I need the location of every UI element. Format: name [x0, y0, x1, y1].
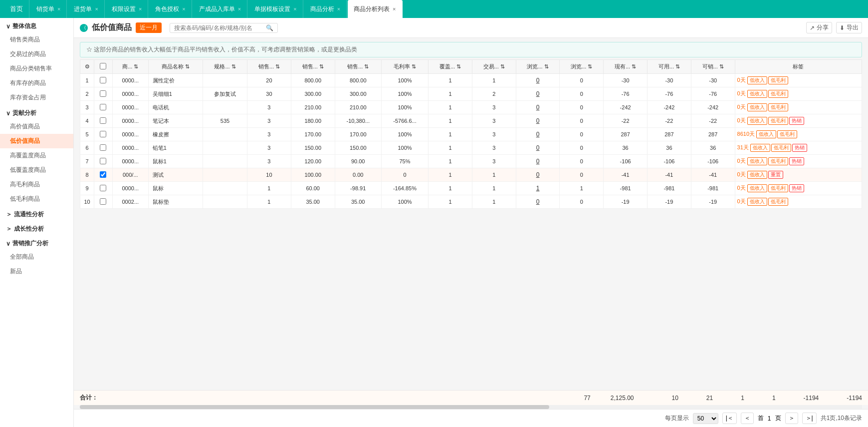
sidebar-item-inventory-capital[interactable]: 库存资金占用	[0, 90, 73, 105]
row-checkbox-cell[interactable]	[94, 182, 113, 195]
col-coverage[interactable]: 覆盖... ⇅	[429, 60, 472, 74]
nav-tab-permissions[interactable]: 权限设置 ×	[106, 0, 148, 18]
row-checkbox[interactable]	[100, 77, 106, 83]
nav-tab-production[interactable]: 产成品入库单 ×	[193, 0, 247, 18]
row-checkbox[interactable]	[100, 104, 106, 110]
col-current-stock[interactable]: 现有... ⇅	[604, 60, 648, 74]
close-icon[interactable]: ×	[95, 6, 98, 12]
row-browse1[interactable]: 0	[516, 155, 560, 168]
row-browse1[interactable]: 0	[516, 168, 560, 182]
col-spec[interactable]: 规格... ⇅	[203, 60, 247, 74]
search-input[interactable]	[174, 24, 264, 31]
row-checkbox-cell[interactable]	[94, 87, 113, 101]
col-code[interactable]: 商... ⇅	[112, 60, 148, 74]
nav-tab-roles[interactable]: 角色授权 ×	[149, 0, 192, 18]
product-table-wrapper[interactable]: ⚙ 商... ⇅ 商品名称 ⇅ 规格... ⇅ 销售... ⇅ 销售... ⇅ …	[80, 59, 862, 390]
sidebar-item-sales-products[interactable]: 销售类商品	[0, 32, 73, 47]
row-browse1[interactable]: 1	[516, 182, 560, 195]
row-checkbox[interactable]	[100, 198, 106, 205]
sidebar-group-marketing[interactable]: ∨ 营销推广分析	[0, 235, 73, 250]
sidebar-item-inventory-products[interactable]: 有库存的商品	[0, 76, 73, 90]
close-icon[interactable]: ×	[293, 6, 296, 12]
product-tag: 低收入	[747, 198, 767, 206]
row-checkbox[interactable]	[100, 131, 106, 137]
row-checkbox[interactable]	[100, 171, 106, 178]
sidebar-item-all-products[interactable]: 全部商品	[0, 250, 73, 264]
nav-tab-purchase[interactable]: 进货单 ×	[68, 0, 104, 18]
row-browse1[interactable]: 0	[516, 101, 560, 114]
row-checkbox[interactable]	[100, 117, 106, 124]
sidebar-item-high-margin[interactable]: 高毛利商品	[0, 177, 73, 192]
close-icon[interactable]: ×	[139, 6, 142, 12]
row-checkbox-cell[interactable]	[94, 114, 113, 128]
settings-icon-col[interactable]: ⚙	[80, 60, 94, 74]
sidebar-item-high-coverage[interactable]: 高覆盖度商品	[0, 148, 73, 163]
col-sales1[interactable]: 销售... ⇅	[247, 60, 291, 74]
nav-tab-sales[interactable]: 销货单 ×	[30, 0, 67, 18]
col-sales3[interactable]: 销售... ⇅	[335, 60, 381, 74]
search-box[interactable]: 🔍	[170, 23, 278, 33]
row-checkbox[interactable]	[100, 158, 106, 164]
sidebar-group-growth[interactable]: ＞ 成长性分析	[0, 221, 73, 235]
row-checkbox-cell[interactable]	[94, 74, 113, 87]
prev-page-button[interactable]: ＜	[741, 413, 754, 424]
sidebar-item-traded-products[interactable]: 交易过的商品	[0, 47, 73, 61]
sidebar-group-liquidity[interactable]: ＞ 流通性分析	[0, 206, 73, 221]
col-sellable-stock[interactable]: 可销... ⇅	[691, 60, 735, 74]
next-page-button[interactable]: ＞	[785, 413, 798, 424]
nav-tab-product-analysis-list[interactable]: 商品分析列表 ×	[348, 0, 402, 18]
col-browse1[interactable]: 浏览... ⇅	[516, 60, 560, 74]
sidebar-item-high-value[interactable]: 高价值商品	[0, 119, 73, 134]
sidebar-item-new-products[interactable]: 新品	[0, 264, 73, 279]
nav-tab-home[interactable]: 首页	[4, 0, 29, 18]
product-tag: 低收入	[747, 117, 767, 125]
row-checkbox-cell[interactable]	[94, 168, 113, 182]
row-browse1[interactable]: 0	[516, 195, 560, 209]
row-checkbox[interactable]	[100, 144, 106, 151]
per-page-select[interactable]: 50 100 200	[693, 413, 718, 424]
row-browse1[interactable]: 0	[516, 87, 560, 101]
search-icon[interactable]: 🔍	[266, 24, 273, 31]
col-margin[interactable]: 毛利率 ⇅	[381, 60, 428, 74]
close-icon[interactable]: ×	[238, 6, 241, 12]
last-page-button[interactable]: ＞|	[802, 413, 817, 424]
row-checkbox-cell[interactable]	[94, 195, 113, 209]
sidebar-item-low-coverage[interactable]: 低覆盖度商品	[0, 163, 73, 177]
horizontal-scrollbar[interactable]	[80, 405, 862, 409]
row-current-stock: -41	[604, 168, 648, 182]
sidebar-item-low-margin[interactable]: 低毛利商品	[0, 192, 73, 206]
row-checkbox-cell[interactable]	[94, 128, 113, 141]
sidebar-group-contribution[interactable]: ∨ 贡献分析	[0, 105, 73, 119]
share-button[interactable]: ↗ 分享	[806, 22, 832, 33]
nav-tab-template[interactable]: 单据模板设置 ×	[248, 0, 303, 18]
row-browse1[interactable]: 0	[516, 74, 560, 87]
close-icon[interactable]: ×	[337, 6, 340, 12]
sidebar-collapse-button[interactable]: 《	[80, 24, 88, 32]
export-button[interactable]: ⬇ 导出	[836, 22, 862, 33]
close-icon[interactable]: ×	[393, 6, 396, 12]
row-name: 吴细细1	[148, 87, 203, 101]
col-sales2[interactable]: 销售... ⇅	[291, 60, 335, 74]
sidebar-item-low-value[interactable]: 低价值商品	[0, 134, 73, 148]
sidebar-item-category-sales-rate[interactable]: 商品分类销售率	[0, 61, 73, 76]
row-checkbox-cell[interactable]	[94, 155, 113, 168]
row-browse1[interactable]: 0	[516, 128, 560, 141]
row-checkbox-cell[interactable]	[94, 141, 113, 155]
sidebar-group-overall[interactable]: ∨ 整体信息	[0, 18, 73, 32]
first-page-button[interactable]: |＜	[722, 413, 737, 424]
nav-tab-product-analysis[interactable]: 商品分析 ×	[304, 0, 347, 18]
row-browse1[interactable]: 0	[516, 114, 560, 128]
close-icon[interactable]: ×	[182, 6, 185, 12]
col-available-stock[interactable]: 可用... ⇅	[648, 60, 691, 74]
row-browse1[interactable]: 0	[516, 141, 560, 155]
select-all-checkbox[interactable]	[100, 63, 106, 69]
row-checkbox[interactable]	[100, 90, 106, 97]
row-checkbox-cell[interactable]	[94, 101, 113, 114]
close-icon[interactable]: ×	[57, 6, 60, 12]
row-checkbox[interactable]	[100, 185, 106, 191]
date-filter-badge[interactable]: 近一月	[136, 22, 162, 33]
col-browse2[interactable]: 浏览... ⇅	[560, 60, 604, 74]
row-current-stock: 36	[604, 141, 648, 155]
col-transaction[interactable]: 交易... ⇅	[472, 60, 516, 74]
col-name[interactable]: 商品名称 ⇅	[148, 60, 203, 74]
